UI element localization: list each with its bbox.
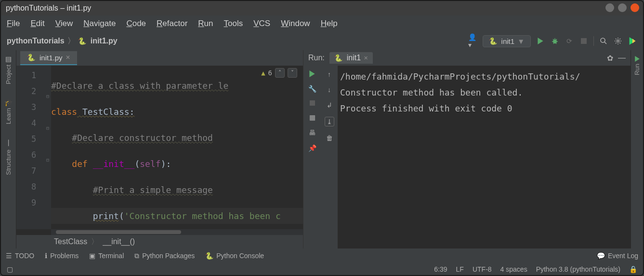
toolbar-right: 👤▾ 🐍 init1 ▼ ⟳ (468, 35, 637, 47)
close-run-tab-icon[interactable]: ✕ (364, 55, 368, 61)
pin-icon[interactable]: 📌 (308, 144, 316, 152)
titlebar: pythonTutorials – init1.py (1, 1, 643, 15)
breadcrumb-project[interactable]: pythonTutorials (7, 37, 65, 45)
jetbrains-icon[interactable] (628, 36, 637, 46)
run-tool-col-2: ↑ ↓ ↲ ⤓ 🗑 (321, 66, 338, 248)
settings-icon[interactable] (613, 36, 623, 46)
separator (593, 36, 594, 46)
sidebar-item-structure[interactable]: ⼁ Structure (5, 139, 12, 175)
run-with-coverage-button[interactable]: ⟳ (565, 36, 574, 46)
tool-eventlog[interactable]: 💬Event Log (597, 252, 638, 260)
editor-hscroll[interactable] (51, 229, 303, 235)
structure-icon: ⼁ (5, 139, 12, 148)
code-content[interactable]: #Declare a class with parameter le class… (51, 66, 303, 229)
console-output[interactable]: /home/fahmida/PycharmProjects/pythonTuto… (338, 66, 631, 248)
packages-icon: ⧉ (134, 252, 139, 260)
console-line: Constructor method has been called. (340, 84, 629, 100)
stop-run-button[interactable] (310, 100, 315, 106)
minimize-button[interactable] (605, 3, 614, 12)
breadcrumb: pythonTutorials 〉 🐍 init1.py (7, 36, 118, 46)
stop-button[interactable] (579, 36, 589, 46)
run-config-label: init1 (501, 37, 515, 45)
sidebar-item-learn[interactable]: 🎓 Learn (4, 98, 13, 124)
run-config-selector[interactable]: 🐍 init1 ▼ (483, 35, 531, 47)
sidebar-label-structure: Structure (5, 150, 12, 175)
breadcrumb-file[interactable]: init1.py (91, 37, 118, 45)
user-icon[interactable]: 👤▾ (468, 36, 478, 46)
menu-code[interactable]: Code (126, 19, 146, 28)
list-icon: ☰ (6, 252, 12, 260)
status-line-ending[interactable]: LF (456, 265, 464, 273)
tool-console[interactable]: 🐍Python Console (205, 252, 264, 260)
menu-file[interactable]: File (7, 19, 20, 28)
dropdown-icon: ▼ (517, 37, 525, 45)
crumb-fn[interactable]: __init__() (103, 237, 135, 246)
soft-wrap-icon[interactable]: ↲ (327, 101, 332, 109)
tool-windows-icon[interactable]: ▢ (7, 265, 13, 273)
run-button[interactable] (536, 36, 545, 46)
code-editor[interactable]: 123456789 #Declare a class with paramete… (16, 66, 303, 229)
run-header-label: Run: (308, 54, 325, 62)
editor-tab-label: init1.py (39, 54, 63, 62)
menu-vcs[interactable]: VCS (253, 19, 270, 28)
status-bar: ▢ 6:39 LF UTF-8 4 spaces Python 3.8 (pyt… (1, 263, 643, 275)
lock-icon[interactable]: 🔒 (629, 265, 637, 273)
breadcrumb-sep: 〉 (67, 36, 75, 46)
run-tool-col-1: 🔧 ▦ 🖶 📌 (303, 66, 321, 248)
menu-window[interactable]: Window (281, 19, 310, 28)
menu-view[interactable]: View (55, 19, 73, 28)
menu-help[interactable]: Help (321, 19, 338, 28)
maximize-button[interactable] (618, 3, 627, 12)
run-sidebar-icon[interactable] (634, 56, 640, 62)
tool-todo[interactable]: ☰TODO (6, 252, 34, 260)
editor-tab-init1[interactable]: 🐍 init1.py ✕ (20, 51, 77, 65)
wrench-icon[interactable]: 🔧 (308, 85, 316, 93)
gutter: 123456789 (16, 66, 51, 229)
window-title: pythonTutorials – init1.py (6, 4, 91, 13)
print-icon[interactable]: 🖶 (309, 129, 315, 137)
editor-tabs: 🐍 init1.py ✕ (16, 50, 303, 66)
tool-terminal[interactable]: ▣Terminal (89, 252, 124, 260)
bottom-toolbar: ☰TODO ℹProblems ▣Terminal ⧉Python Packag… (1, 248, 643, 263)
python-icon: 🐍 (489, 37, 497, 45)
tool-packages[interactable]: ⧉Python Packages (134, 252, 195, 260)
search-icon[interactable] (599, 36, 608, 46)
menu-edit[interactable]: Edit (30, 19, 44, 28)
debug-button[interactable] (550, 36, 560, 46)
menu-run[interactable]: Run (198, 19, 213, 28)
svg-point-3 (617, 40, 619, 42)
next-problem-button[interactable]: ˅ (288, 68, 297, 78)
tool-problems[interactable]: ℹProblems (45, 252, 79, 260)
sidebar-label-run[interactable]: Run (633, 64, 641, 75)
editor-structure-crumb: TestClass 〉 __init__() (16, 235, 303, 248)
down-arrow-icon[interactable]: ↓ (328, 86, 331, 94)
menu-navigate[interactable]: Navigate (83, 19, 116, 28)
status-encoding[interactable]: UTF-8 (473, 265, 492, 273)
crumb-class[interactable]: TestClass (54, 237, 87, 246)
rerun-button[interactable] (309, 70, 315, 77)
layout-icon[interactable]: ▦ (309, 113, 315, 121)
up-arrow-icon[interactable]: ↑ (328, 70, 331, 78)
python-file-icon: 🐍 (27, 54, 35, 61)
prev-problem-button[interactable]: ˄ (275, 68, 285, 78)
close-button[interactable] (631, 3, 639, 12)
eventlog-icon: 💬 (597, 252, 605, 260)
project-icon: ▤ (5, 55, 12, 63)
sidebar-item-project[interactable]: ▤ Project (5, 55, 12, 84)
menu-refactor[interactable]: Refactor (157, 19, 187, 28)
run-panel: Run: 🐍 init1 ✕ ✿ — 🔧 ▦ 🖶 📌 ↑ ↓ (303, 50, 631, 248)
run-settings-icon[interactable]: ✿ (607, 54, 613, 63)
scroll-end-icon[interactable]: ⤓ (325, 117, 334, 126)
status-interpreter[interactable]: Python 3.8 (pythonTutorials) (536, 265, 620, 273)
trash-icon[interactable]: 🗑 (326, 134, 333, 142)
menu-tools[interactable]: Tools (224, 19, 243, 28)
run-tab[interactable]: 🐍 init1 ✕ (329, 52, 373, 64)
run-minimize-icon[interactable]: — (618, 54, 626, 63)
toolbar: pythonTutorials 〉 🐍 init1.py 👤▾ 🐍 init1 … (1, 32, 643, 50)
status-indent[interactable]: 4 spaces (500, 265, 527, 273)
learn-icon: 🎓 (4, 98, 13, 106)
python-icon: 🐍 (334, 54, 342, 62)
close-tab-icon[interactable]: ✕ (66, 54, 70, 61)
problems-widget: ▲ 6 ˄ ˅ (261, 68, 297, 78)
status-position[interactable]: 6:39 (434, 265, 447, 273)
